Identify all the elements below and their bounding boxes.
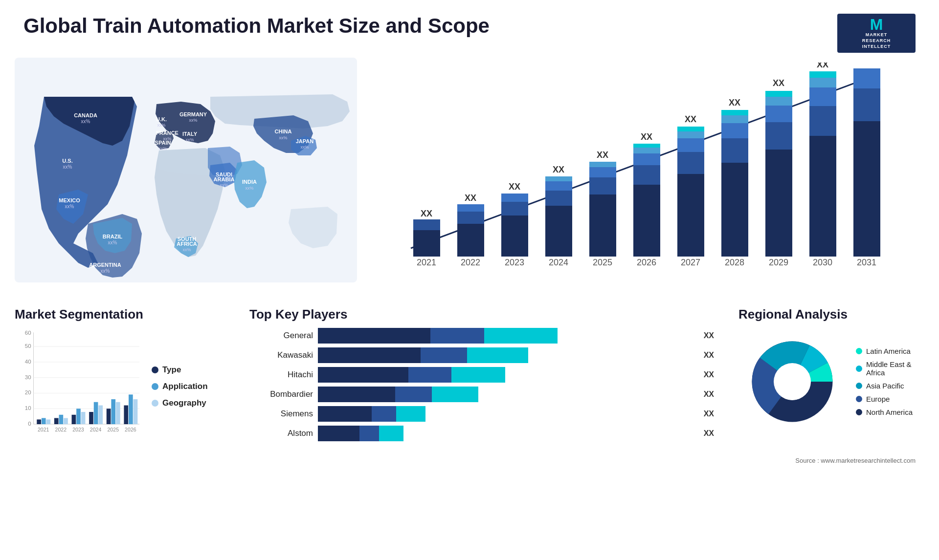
- svg-rect-87: [853, 88, 880, 121]
- svg-text:xx%: xx%: [185, 137, 194, 142]
- seg-chart-area: 0 10 20 30 40 50 60: [15, 328, 225, 445]
- player-name-kawasaki: Kawasaki: [249, 350, 313, 360]
- svg-rect-57: [633, 165, 660, 185]
- players-title: Top Key Players: [249, 307, 714, 322]
- svg-text:30: 30: [25, 374, 31, 380]
- svg-text:JAPAN: JAPAN: [296, 138, 314, 144]
- svg-text:GERMANY: GERMANY: [179, 111, 207, 117]
- svg-rect-36: [413, 219, 440, 230]
- segmentation-chart-svg: 0 10 20 30 40 50 60: [15, 328, 142, 445]
- top-section: CANADA xx% U.S. xx% MEXICO xx% BRAZIL xx…: [0, 58, 939, 297]
- player-xx-bombardier: XX: [704, 390, 714, 399]
- logo-box: M MARKET RESEARCH INTELLECT: [837, 14, 916, 53]
- svg-rect-84: [809, 71, 836, 78]
- page-header: Global Train Automation Market Size and …: [0, 0, 939, 58]
- svg-rect-64: [677, 138, 704, 152]
- svg-rect-39: [457, 212, 484, 224]
- legend-item-geography: Geography: [152, 398, 208, 408]
- svg-text:40: 40: [25, 359, 31, 365]
- legend-item-application: Application: [152, 382, 208, 391]
- svg-rect-59: [633, 148, 660, 153]
- legend-dot-type: [152, 366, 158, 373]
- player-row-general: General XX: [249, 328, 714, 344]
- legend-dot-application: [152, 383, 158, 390]
- segmentation-section: Market Segmentation 0 10 20 30 40 50 60: [15, 307, 225, 445]
- reg-dot-north-america: [856, 409, 862, 415]
- svg-rect-56: [633, 185, 660, 257]
- svg-rect-123: [89, 412, 93, 424]
- player-bar-bg-bombardier: [318, 387, 696, 402]
- svg-text:xx%: xx%: [220, 183, 228, 188]
- reg-label-north-america: North America: [866, 408, 913, 416]
- world-map-svg: CANADA xx% U.S. xx% MEXICO xx% BRAZIL xx…: [15, 58, 357, 282]
- reg-legend-middle-east: Middle East & Africa: [856, 360, 924, 377]
- svg-text:2025: 2025: [107, 427, 119, 432]
- svg-text:ITALY: ITALY: [182, 131, 198, 137]
- svg-text:2031: 2031: [857, 258, 876, 267]
- segmentation-title: Market Segmentation: [15, 307, 225, 322]
- player-bar-bg-hitachi: [318, 367, 696, 383]
- svg-text:2023: 2023: [72, 427, 84, 432]
- svg-rect-60: [633, 144, 660, 148]
- svg-text:AFRICA: AFRICA: [177, 241, 197, 247]
- svg-rect-120: [72, 415, 76, 424]
- svg-text:2027: 2027: [681, 258, 700, 267]
- player-xx-siemens: XX: [704, 409, 714, 418]
- logo-text: MARKET RESEARCH INTELLECT: [862, 32, 891, 49]
- reg-legend-europe: Europe: [856, 395, 924, 403]
- svg-text:BRAZIL: BRAZIL: [103, 234, 123, 239]
- svg-rect-51: [589, 194, 616, 257]
- svg-rect-83: [809, 78, 836, 87]
- svg-text:xx%: xx%: [189, 118, 197, 123]
- reg-dot-asia-pacific: [856, 383, 862, 389]
- svg-rect-76: [765, 106, 792, 122]
- svg-text:2024: 2024: [90, 427, 102, 432]
- svg-text:xx%: xx%: [108, 240, 117, 245]
- svg-rect-42: [501, 215, 528, 257]
- svg-text:xx%: xx%: [81, 119, 90, 124]
- player-name-siemens: Siemens: [249, 409, 313, 419]
- svg-rect-77: [765, 97, 792, 106]
- players-section: Top Key Players General XX Kawasaki: [240, 307, 724, 441]
- svg-text:2029: 2029: [769, 258, 788, 267]
- svg-text:XX: XX: [773, 78, 784, 88]
- legend-dot-geography: [152, 400, 158, 407]
- svg-text:2024: 2024: [549, 258, 568, 267]
- svg-rect-66: [677, 127, 704, 131]
- svg-text:xx%: xx%: [63, 164, 72, 170]
- svg-rect-88: [853, 68, 880, 88]
- svg-text:2022: 2022: [461, 258, 480, 267]
- player-name-alstom: Alstom: [249, 429, 313, 438]
- player-bar-bg-general: [318, 328, 696, 344]
- reg-label-middle-east: Middle East & Africa: [866, 360, 924, 377]
- bar-chart-container: XX XX XX XX XX: [367, 58, 924, 297]
- reg-label-europe: Europe: [866, 395, 890, 403]
- donut-hole: [774, 363, 811, 400]
- svg-text:INDIA: INDIA: [242, 179, 257, 185]
- svg-rect-119: [64, 418, 68, 425]
- svg-rect-118: [59, 415, 64, 424]
- svg-text:xx%: xx%: [245, 186, 253, 191]
- svg-text:60: 60: [25, 330, 31, 336]
- svg-text:xx%: xx%: [157, 123, 165, 128]
- svg-rect-129: [124, 406, 128, 425]
- svg-text:CANADA: CANADA: [74, 112, 97, 118]
- svg-text:xx%: xx%: [65, 204, 74, 209]
- regional-legend: Latin America Middle East & Africa Asia …: [856, 347, 924, 416]
- svg-rect-131: [134, 399, 138, 424]
- logo-area: M MARKET RESEARCH INTELLECT: [837, 14, 916, 53]
- svg-text:2026: 2026: [125, 427, 136, 432]
- reg-label-asia-pacific: Asia Pacific: [866, 382, 904, 390]
- svg-text:XX: XX: [597, 150, 608, 160]
- svg-rect-122: [81, 412, 86, 424]
- source-text: Source : www.marketresearchintellect.com: [0, 455, 939, 468]
- svg-text:XX: XX: [553, 165, 564, 174]
- legend-label-geography: Geography: [162, 398, 206, 408]
- player-name-hitachi: Hitachi: [249, 370, 313, 380]
- svg-text:U.K.: U.K.: [156, 116, 167, 122]
- bar-chart-svg: XX XX XX XX XX: [381, 63, 895, 273]
- svg-rect-47: [545, 191, 572, 206]
- legend-label-application: Application: [162, 382, 208, 391]
- svg-rect-69: [721, 138, 748, 163]
- svg-rect-58: [633, 153, 660, 165]
